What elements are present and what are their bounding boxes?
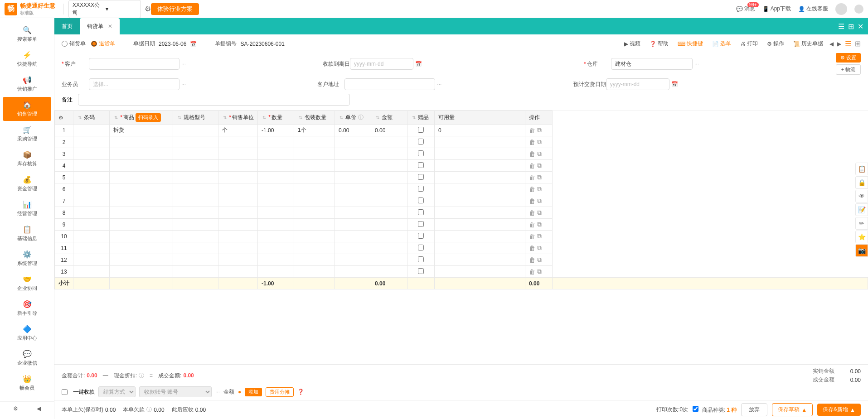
- tab-home[interactable]: 首页: [54, 18, 80, 34]
- cell-barcode[interactable]: [73, 148, 110, 160]
- cell-unit[interactable]: [218, 266, 258, 278]
- app-download-button[interactable]: 📱 App下载: [762, 5, 791, 13]
- delete-icon[interactable]: 🗑: [529, 139, 535, 146]
- print-btn[interactable]: 🖨 打印: [737, 39, 761, 48]
- cell-spec[interactable]: [173, 148, 218, 160]
- cell-amount[interactable]: [371, 266, 407, 278]
- pay-method-select[interactable]: 结算方式: [98, 386, 136, 397]
- delete-icon[interactable]: 🗑: [529, 174, 535, 181]
- sidebar-item-system[interactable]: ⚙️ 系统管理: [3, 246, 51, 270]
- copy-icon[interactable]: ⧉: [537, 268, 542, 275]
- discard-button[interactable]: 放弃: [741, 403, 767, 416]
- cell-qty[interactable]: [258, 148, 294, 160]
- cell-product[interactable]: 拆货: [110, 125, 173, 136]
- cell-amount[interactable]: [371, 148, 407, 160]
- settings-button[interactable]: ⚙ 设置: [836, 53, 861, 63]
- cell-gift[interactable]: [407, 266, 435, 278]
- cell-price[interactable]: [335, 231, 371, 242]
- cell-qty[interactable]: [258, 207, 294, 219]
- cell-gift[interactable]: [407, 231, 435, 242]
- gift-checkbox[interactable]: [418, 221, 424, 227]
- cell-barcode[interactable]: [73, 266, 110, 278]
- cell-gift[interactable]: [407, 254, 435, 266]
- sort-icon[interactable]: ⇅: [78, 115, 82, 120]
- copy-icon[interactable]: ⧉: [537, 256, 542, 264]
- cell-amount[interactable]: 0.00: [371, 125, 407, 136]
- cell-barcode[interactable]: [73, 254, 110, 266]
- gift-checkbox[interactable]: [418, 256, 424, 262]
- copy-icon[interactable]: ⧉: [537, 126, 542, 134]
- sidebar-item-finance[interactable]: 💰 资金管理: [3, 172, 51, 196]
- cell-gift[interactable]: [407, 160, 435, 172]
- cell-unit[interactable]: [218, 183, 258, 195]
- cell-unit[interactable]: [218, 242, 258, 254]
- cell-price[interactable]: [335, 136, 371, 148]
- sidebar-item-search[interactable]: 🔍 搜索菜单: [3, 22, 51, 46]
- gift-checkbox[interactable]: [418, 209, 424, 215]
- addr-more-icon[interactable]: ···: [437, 81, 441, 87]
- cell-spec[interactable]: [173, 195, 218, 207]
- cell-pack-qty[interactable]: [294, 136, 335, 148]
- calendar-icon[interactable]: 📅: [190, 41, 197, 47]
- salesperson-more-icon[interactable]: ···: [181, 81, 186, 87]
- cell-product[interactable]: [110, 266, 173, 278]
- trial-button[interactable]: 体验行业方案: [151, 3, 199, 15]
- cell-pack-qty[interactable]: [294, 148, 335, 160]
- cell-gift[interactable]: [407, 195, 435, 207]
- sidebar-item-guide[interactable]: 🎯 新手引导: [3, 296, 51, 320]
- history-btn[interactable]: 📜 历史单据: [790, 39, 826, 48]
- gift-checkbox[interactable]: [418, 233, 424, 239]
- delete-icon[interactable]: 🗑: [529, 268, 535, 275]
- cell-qty[interactable]: [258, 231, 294, 242]
- delete-icon[interactable]: 🗑: [529, 245, 535, 252]
- cell-gift[interactable]: [407, 219, 435, 231]
- cell-amount[interactable]: [371, 172, 407, 183]
- cell-spec[interactable]: [173, 136, 218, 148]
- nav-prev-icon[interactable]: ◀: [829, 41, 834, 47]
- copy-icon[interactable]: ⧉: [537, 244, 542, 252]
- cell-unit[interactable]: [218, 207, 258, 219]
- cell-pack-qty[interactable]: [294, 183, 335, 195]
- gear-icon[interactable]: ⚙: [58, 115, 63, 121]
- select-btn[interactable]: 📄 选单: [709, 39, 734, 48]
- sidebar-item-member[interactable]: 👑 畅会员: [3, 371, 51, 395]
- cell-qty[interactable]: -1.00: [258, 125, 294, 136]
- expense-button[interactable]: 费用分摊: [266, 387, 294, 397]
- sort-icon-qty[interactable]: ⇅: [262, 115, 266, 120]
- nav-next-icon[interactable]: ▶: [837, 41, 841, 47]
- cell-gift[interactable]: [407, 172, 435, 183]
- sidebar-item-business[interactable]: 📊 经营管理: [3, 197, 51, 221]
- cell-spec[interactable]: [173, 231, 218, 242]
- copy-icon[interactable]: ⧉: [537, 209, 542, 217]
- sort-icon-spec[interactable]: ⇅: [178, 115, 181, 120]
- cell-barcode[interactable]: [73, 136, 110, 148]
- message-button[interactable]: 💬 消息 99+: [736, 5, 755, 13]
- cell-unit[interactable]: [218, 219, 258, 231]
- cell-unit[interactable]: [218, 195, 258, 207]
- avatar-extra[interactable]: [854, 5, 863, 14]
- cell-barcode[interactable]: [73, 231, 110, 242]
- cell-gift[interactable]: [407, 183, 435, 195]
- sidebar-item-corp[interactable]: 🤝 企业协同: [3, 271, 51, 295]
- cell-amount[interactable]: [371, 242, 407, 254]
- avatar[interactable]: [835, 3, 847, 15]
- cell-barcode[interactable]: [73, 172, 110, 183]
- cell-price[interactable]: 0.00: [335, 125, 371, 136]
- float-btn-7[interactable]: 📷: [855, 244, 868, 257]
- online-service-button[interactable]: 👤 在线客服: [798, 5, 828, 13]
- copy-icon[interactable]: ⧉: [537, 173, 542, 181]
- cell-amount[interactable]: [371, 254, 407, 266]
- cell-unit[interactable]: [218, 160, 258, 172]
- cell-spec[interactable]: [173, 266, 218, 278]
- float-btn-5[interactable]: ✏: [855, 217, 868, 230]
- view-list-icon[interactable]: ☰: [845, 39, 851, 48]
- expected-calendar-icon[interactable]: 📅: [671, 81, 678, 87]
- cell-price[interactable]: [335, 148, 371, 160]
- cell-amount[interactable]: [371, 231, 407, 242]
- tab-sales-order[interactable]: 销货单 ✕: [80, 18, 120, 34]
- cell-amount[interactable]: [371, 136, 407, 148]
- sidebar-item-marketing[interactable]: 📢 营销推广: [3, 72, 51, 96]
- cell-pack-qty[interactable]: [294, 160, 335, 172]
- cell-barcode[interactable]: [73, 195, 110, 207]
- delete-icon[interactable]: 🗑: [529, 186, 535, 193]
